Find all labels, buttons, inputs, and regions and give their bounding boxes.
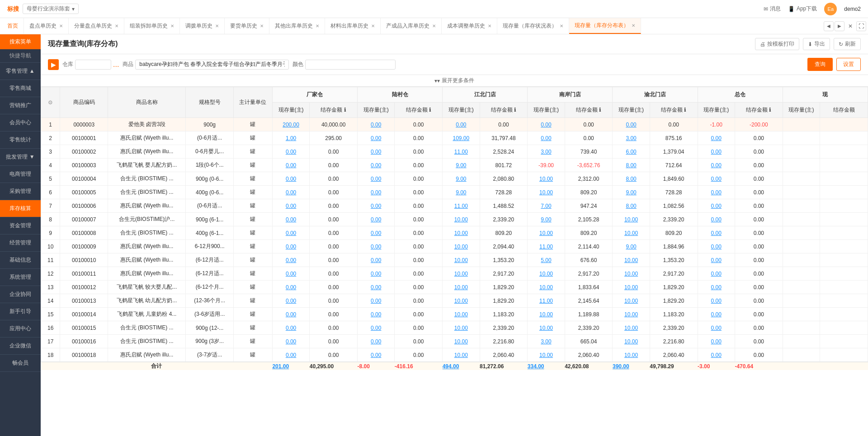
td-qty[interactable]: 6.00 xyxy=(613,145,650,159)
sidebar-item-system[interactable]: 系统管理 xyxy=(0,269,41,286)
td-qty[interactable]: 10.00 xyxy=(528,226,565,240)
tab-product-in[interactable]: 产成品入库单历史✕ xyxy=(381,18,442,34)
td-qty[interactable]: 10.00 xyxy=(613,213,650,226)
sidebar-item-apps[interactable]: 应用中心 xyxy=(0,320,41,338)
td-qty[interactable]: 10.00 xyxy=(528,186,565,199)
org-selector[interactable]: 母婴行业演示陈套 ▾ xyxy=(23,4,79,14)
td-qty[interactable]: 7.00 xyxy=(528,199,565,213)
product-input[interactable] xyxy=(135,60,289,70)
tab-stock-dist[interactable]: 现存量（库存分布表）✕ xyxy=(569,18,641,34)
sidebar-item-basics[interactable]: 基础信息 xyxy=(0,252,41,269)
nav-expand-btn[interactable]: ⛶ xyxy=(856,21,866,31)
td-qty[interactable]: 0.00 xyxy=(358,348,395,362)
td-qty[interactable]: 10.00 xyxy=(528,281,565,294)
export-btn[interactable]: ⬇ 导出 xyxy=(803,38,830,50)
td-qty[interactable]: 10.00 xyxy=(443,240,480,253)
td-qty[interactable]: 0.00 xyxy=(698,213,735,226)
gear-icon[interactable]: ⚙ xyxy=(48,99,53,106)
td-qty[interactable]: 0.00 xyxy=(358,253,395,267)
td-qty[interactable]: 0.00 xyxy=(358,118,395,131)
tab-assembly[interactable]: 组装拆卸单历史✕ xyxy=(124,18,180,34)
td-qty[interactable]: 10.00 xyxy=(443,281,480,294)
td-qty[interactable]: 0.00 xyxy=(528,118,565,131)
td-qty[interactable]: 0.00 xyxy=(272,294,309,308)
td-qty[interactable]: 0.00 xyxy=(272,145,309,159)
td-qty[interactable]: 9.00 xyxy=(613,240,650,253)
print-btn[interactable]: 🖨 按模板打印 xyxy=(755,38,799,50)
td-qty[interactable]: 0.00 xyxy=(358,308,395,321)
td-qty[interactable]: 10.00 xyxy=(613,308,650,321)
td-qty[interactable]: 0.00 xyxy=(272,335,309,348)
footer-c5q[interactable]: 390.00 xyxy=(613,362,650,370)
td-qty[interactable]: 0.00 xyxy=(698,348,735,362)
refresh-btn[interactable]: ↻ 刷新 xyxy=(834,38,861,50)
td-qty[interactable]: 0.00 xyxy=(358,213,395,226)
warehouse-dots-btn[interactable]: ... xyxy=(113,61,119,69)
td-qty[interactable]: 10.00 xyxy=(443,348,480,362)
td-qty[interactable]: 0.00 xyxy=(358,267,395,281)
td-qty[interactable]: 0.00 xyxy=(443,118,480,131)
sidebar-item-inventory[interactable]: 库存核算 xyxy=(0,200,41,217)
footer-c1q[interactable]: 201.00 xyxy=(272,362,309,370)
sidebar-item-guide[interactable]: 新手引导 xyxy=(0,303,41,320)
td-qty[interactable]: 0.00 xyxy=(358,226,395,240)
td-qty[interactable]: 0.00 xyxy=(272,253,309,267)
td-qty[interactable]: 10.00 xyxy=(528,321,565,335)
td-qty[interactable]: 3.00 xyxy=(528,145,565,159)
sidebar-item-quick-nav[interactable]: 快捷导航 xyxy=(0,49,41,63)
sidebar-item-retail-mgmt[interactable]: 零售管理 ▲ xyxy=(0,63,41,80)
table-area[interactable]: ⚙ 商品编码 商品名称 规格型号 主计量单位 厂家仓 陆村仓 江北门店 南岸门店… xyxy=(41,87,868,436)
close-icon[interactable]: ✕ xyxy=(316,23,319,28)
nav-close-btn[interactable]: ✕ xyxy=(845,21,855,31)
td-qty[interactable]: 10.00 xyxy=(443,226,480,240)
sidebar-item-collab[interactable]: 企业协同 xyxy=(0,286,41,303)
td-qty[interactable]: 0.00 xyxy=(272,186,309,199)
td-qty[interactable]: 0.00 xyxy=(358,321,395,335)
td-qty[interactable]: 109.00 xyxy=(443,131,480,145)
td-qty[interactable]: 10.00 xyxy=(613,281,650,294)
td-qty[interactable]: 0.00 xyxy=(272,226,309,240)
query-button[interactable]: 查询 xyxy=(807,58,833,71)
td-qty[interactable]: 10.00 xyxy=(613,321,650,335)
td-qty[interactable]: 10.00 xyxy=(613,294,650,308)
td-qty[interactable]: 10.00 xyxy=(613,348,650,362)
td-qty[interactable]: 10.00 xyxy=(443,294,480,308)
td-qty[interactable]: 11.00 xyxy=(443,199,480,213)
td-qty[interactable]: 0.00 xyxy=(698,294,735,308)
td-qty[interactable]: 0.00 xyxy=(358,145,395,159)
td-qty[interactable]: 0.00 xyxy=(358,186,395,199)
td-qty[interactable]: 0.00 xyxy=(272,213,309,226)
td-qty[interactable]: 0.00 xyxy=(358,335,395,348)
td-qty[interactable]: 8.00 xyxy=(613,159,650,172)
td-qty[interactable]: 0.00 xyxy=(698,145,735,159)
td-qty[interactable]: 0.00 xyxy=(358,131,395,145)
td-qty[interactable]: 0.00 xyxy=(698,321,735,335)
td-qty[interactable]: 0.00 xyxy=(272,348,309,362)
td-qty[interactable]: 0.00 xyxy=(272,267,309,281)
td-qty[interactable]: 0.00 xyxy=(358,281,395,294)
td-qty[interactable]: 9.00 xyxy=(443,159,480,172)
footer-c4q[interactable]: 334.00 xyxy=(528,362,565,370)
td-qty[interactable]: 10.00 xyxy=(443,267,480,281)
close-icon[interactable]: ✕ xyxy=(115,23,118,28)
td-qty[interactable]: 0.00 xyxy=(698,267,735,281)
td-qty[interactable]: 0.00 xyxy=(272,172,309,186)
color-input[interactable] xyxy=(305,60,396,70)
td-qty[interactable]: 10.00 xyxy=(443,321,480,335)
sidebar-item-operations[interactable]: 经营管理 xyxy=(0,234,41,252)
td-qty[interactable]: 0.00 xyxy=(698,159,735,172)
td-qty[interactable]: 0.00 xyxy=(272,321,309,335)
sidebar-item-retail-mall[interactable]: 零售商城 xyxy=(0,80,41,97)
expand-conditions-btn[interactable]: ▾▾ 展开更多条件 xyxy=(434,77,474,84)
td-qty[interactable]: 3.00 xyxy=(613,131,650,145)
tab-transfer[interactable]: 调拨单历史✕ xyxy=(180,18,225,34)
sidebar-item-purchase[interactable]: 采购管理 xyxy=(0,183,41,200)
td-qty[interactable]: 0.00 xyxy=(698,240,735,253)
td-qty[interactable]: 3.00 xyxy=(528,335,565,348)
td-qty[interactable]: 9.00 xyxy=(443,172,480,186)
td-qty[interactable]: 0.00 xyxy=(698,186,735,199)
td-qty[interactable]: 9.00 xyxy=(443,186,480,199)
sidebar-item-search[interactable]: 搜索英单 xyxy=(0,34,41,49)
nav-prev-btn[interactable]: ◀ xyxy=(824,21,834,31)
nav-next-btn[interactable]: ▶ xyxy=(835,21,844,31)
